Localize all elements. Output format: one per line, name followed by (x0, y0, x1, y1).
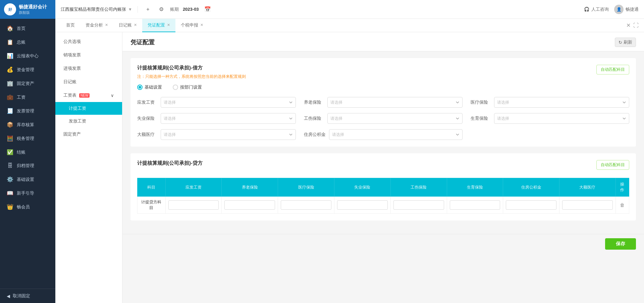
field-housing-fund: 住房公积金 请选择 (304, 129, 463, 140)
section-credit: 计提核算规则(公司承担)-贷方 自动匹配科目 科目 应发工资 养老保险 医疗保险… (130, 153, 636, 220)
tab-journal[interactable]: 日记账 ✕ (113, 19, 142, 32)
tab-voucher[interactable]: 凭证配置 ✕ (142, 19, 175, 32)
tab-funds-close[interactable]: ✕ (105, 23, 108, 27)
left-nav-public[interactable]: 公共选项 (55, 35, 122, 48)
select-housing-fund[interactable]: 请选择 (329, 129, 463, 140)
company-selector[interactable]: 江西服宝精品有限责任公司内账张 ▼ (61, 6, 132, 12)
radio-basic[interactable]: 基础设置 (137, 84, 162, 90)
input-applied-salary[interactable] (168, 200, 219, 210)
close-books-icon: ✅ (7, 149, 13, 155)
tab-journal-label: 日记账 (119, 22, 132, 28)
section1-header-row: 计提核算规则(公司承担)-借方 注：只能选择一种方式，系统将按照您当前的选择来配… (137, 65, 629, 84)
save-btn[interactable]: 保存 (605, 238, 636, 250)
field-pension: 养老保险 请选择 (304, 97, 463, 108)
sidebar-item-close[interactable]: ✅ 结账 (0, 145, 55, 159)
field-applied-salary: 应发工资 请选择 (137, 97, 296, 108)
logo-icon: 好 (4, 3, 16, 15)
select-unemployment[interactable]: 请选择 (161, 113, 296, 124)
label-housing-fund: 住房公积金 (304, 132, 326, 138)
service-btn[interactable]: 🎧 人工咨询 (584, 6, 609, 12)
input-pension[interactable] (224, 200, 275, 210)
content-area: 公共选项 销项发票 进项发票 日记账 工资表 NEW ∨ 计提工资 (55, 32, 644, 303)
select-maternity[interactable]: 请选择 (494, 113, 629, 124)
user-info[interactable]: 👤 畅捷通 (614, 5, 639, 14)
sidebar-item-home[interactable]: 🏠 首页 (0, 21, 55, 35)
auto-match-debit-btn[interactable]: 自动匹配科目 (596, 65, 629, 74)
page-title: 凭证配置 (130, 38, 155, 46)
input-housing-fund[interactable] (506, 200, 556, 210)
input-medical[interactable] (281, 200, 331, 210)
sidebar-item-ledger[interactable]: 📋 总账 (0, 35, 55, 49)
input-maternity[interactable] (450, 200, 500, 210)
label-injury: 工伤保险 (304, 115, 324, 121)
sidebar-item-inventory[interactable]: 📦 库存核算 (0, 118, 55, 132)
sidebar-label-guide: 新手引导 (17, 190, 34, 196)
left-nav-fixed-assets[interactable]: 固定资产 (55, 128, 122, 141)
sidebar-item-tax[interactable]: 🧮 税务管理 (0, 132, 55, 145)
select-medical[interactable]: 请选择 (494, 97, 629, 108)
left-nav-journal-label: 日记账 (63, 79, 76, 85)
funds-icon: 💰 (7, 66, 13, 73)
sidebar-item-settings[interactable]: ⚙️ 基础设置 (0, 172, 55, 186)
table-row: 计提贷方科目 🗑 (138, 197, 629, 214)
tab-tax-close[interactable]: ✕ (200, 23, 203, 27)
tab-voucher-label: 凭证配置 (148, 22, 165, 28)
cell-action: 🗑 (615, 197, 629, 214)
left-nav-salary-table[interactable]: 工资表 NEW ∨ (55, 89, 122, 102)
cell-subject-name: 计提贷方科目 (138, 197, 166, 214)
sidebar-item-archive[interactable]: 🗄 归档管理 (0, 159, 55, 172)
select-large-medical[interactable]: 请选择 (161, 129, 296, 140)
salary-icon: 💼 (7, 94, 13, 100)
sidebar-label-settings: 基础设置 (17, 176, 34, 183)
add-btn[interactable]: + (143, 5, 153, 14)
select-injury[interactable]: 请选择 (327, 113, 463, 124)
sidebar-item-funds[interactable]: 💰 资金管理 (0, 63, 55, 77)
col-housing-fund: 住房公积金 (503, 178, 559, 197)
settings-icon: ⚙️ (7, 176, 13, 183)
sidebar-item-reports[interactable]: 📊 云报表中心 (0, 49, 55, 63)
sidebar-item-salary[interactable]: 💼 工资 (0, 90, 55, 104)
section1-left: 计提核算规则(公司承担)-借方 注：只能选择一种方式，系统将按照您当前的选择来配… (137, 65, 246, 84)
close-all-tabs-btn[interactable]: ✕ (626, 22, 631, 29)
input-unemployment[interactable] (337, 200, 388, 210)
sidebar-item-invoice[interactable]: 🧾 发票管理 (0, 104, 55, 118)
cancel-pin-label: 取消固定 (13, 293, 30, 299)
left-nav-journal[interactable]: 日记账 (55, 75, 122, 89)
cancel-pin-btn[interactable]: ◀ 取消固定 (0, 289, 55, 303)
left-nav-calc-salary[interactable]: 计提工资 (55, 102, 122, 115)
left-nav-sales[interactable]: 销项发票 (55, 48, 122, 62)
input-injury[interactable] (393, 200, 444, 210)
refresh-btn[interactable]: ↻ 刷新 (615, 38, 636, 47)
select-applied-salary[interactable]: 请选择 (161, 97, 296, 108)
salary-table-label: 工资表 (63, 92, 76, 98)
headset-icon: 🎧 (584, 7, 589, 12)
service-label: 人工咨询 (591, 6, 609, 12)
select-pension[interactable]: 请选择 (327, 97, 463, 108)
sidebar-label-tax: 税务管理 (17, 136, 34, 142)
label-medical: 医疗保险 (471, 99, 491, 105)
sidebar-item-assets[interactable]: 🏢 固定资产 (0, 77, 55, 90)
left-nav-purchase[interactable]: 进项发票 (55, 62, 122, 75)
logo-text-block: 畅捷通好会计 旗舰版 (19, 4, 47, 15)
tab-home[interactable]: 首页 (61, 19, 80, 32)
sidebar-item-vip[interactable]: 👑 畅会员 (0, 200, 55, 214)
cell-injury-val (390, 197, 447, 214)
tab-funds[interactable]: 资金分析 ✕ (80, 19, 113, 32)
sidebar-item-guide[interactable]: 📖 新手引导 (0, 186, 55, 200)
input-large-medical[interactable] (562, 200, 613, 210)
tab-journal-close[interactable]: ✕ (134, 23, 137, 27)
vip-icon: 👑 (7, 204, 13, 210)
left-nav-pay-salary[interactable]: 发放工资 (55, 115, 122, 128)
auto-match-credit-btn[interactable]: 自动匹配科目 (596, 160, 629, 170)
radio-basic-label: 基础设置 (145, 84, 162, 90)
calendar-icon[interactable]: 📅 (203, 5, 212, 14)
radio-dept[interactable]: 按部门设置 (173, 84, 202, 90)
delete-row-btn[interactable]: 🗑 (620, 202, 625, 208)
tab-voucher-close[interactable]: ✕ (167, 23, 170, 27)
maximize-btn[interactable]: ⛶ (633, 22, 639, 29)
tab-tax[interactable]: 个税申报 ✕ (175, 19, 209, 32)
invoice-icon: 🧾 (7, 108, 13, 114)
cell-housing-fund-val (503, 197, 559, 214)
settings-gear-btn[interactable]: ⚙ (157, 5, 166, 14)
col-action: 操作 (615, 178, 629, 197)
